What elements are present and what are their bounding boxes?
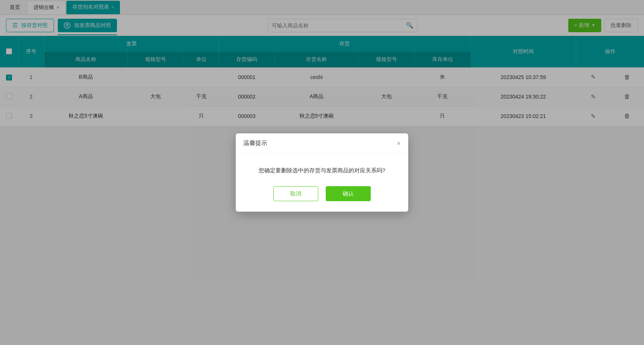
- modal-body: 您确定要删除选中的存货与发票商品的对应关系吗?: [236, 154, 408, 183]
- modal-message: 您确定要删除选中的存货与发票商品的对应关系吗?: [259, 167, 385, 173]
- confirm-label: 确认: [343, 190, 354, 197]
- modal-footer: 取消 确认: [236, 183, 408, 212]
- modal-title: 温馨提示: [243, 139, 267, 147]
- cancel-label: 取消: [290, 190, 301, 197]
- cancel-button[interactable]: 取消: [273, 186, 318, 201]
- confirm-modal: 温馨提示 × 您确定要删除选中的存货与发票商品的对应关系吗? 取消 确认: [236, 133, 408, 212]
- modal-close-button[interactable]: ×: [397, 140, 401, 147]
- confirm-button[interactable]: 确认: [326, 186, 371, 201]
- modal-header: 温馨提示 ×: [236, 133, 408, 154]
- modal-overlay: 温馨提示 × 您确定要删除选中的存货与发票商品的对应关系吗? 取消 确认: [0, 0, 644, 345]
